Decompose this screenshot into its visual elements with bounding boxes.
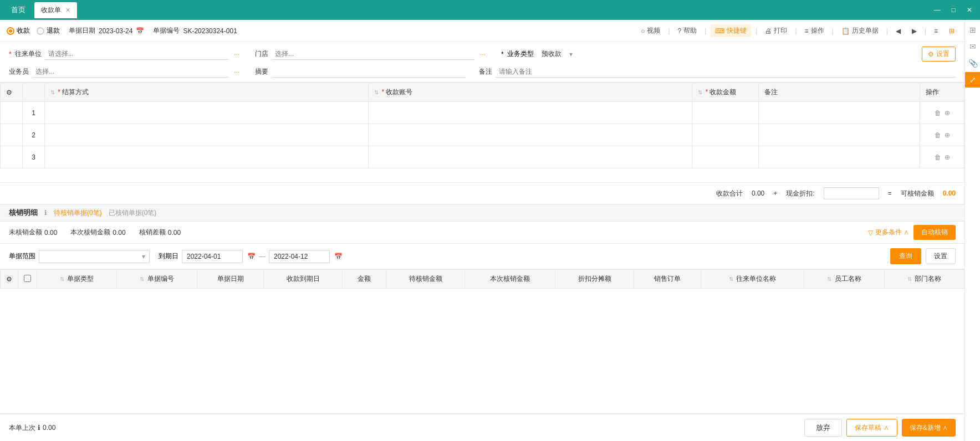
amount-cell-2[interactable] (692, 124, 759, 146)
nav-tab-home[interactable]: 首页 (4, 2, 32, 18)
this-time-stat: 本次核销金额 0.00 (70, 228, 125, 237)
copy-row-3-btn[interactable]: ⊕ (945, 153, 950, 161)
col-settlement: ⇅ * 结算方式 (45, 83, 369, 102)
close-btn[interactable]: ✕ (963, 5, 976, 15)
delete-row-3-btn[interactable]: 🗑 (935, 153, 941, 161)
col-remark: 备注 (759, 83, 920, 102)
history-btn[interactable]: 📋 历史单据 (838, 25, 882, 37)
counterparty-more-btn[interactable]: ··· (232, 50, 242, 58)
form-area: * 往来单位 ··· 门店 ··· * 业务类型 预收款 ▾ ⚙ 设置 (0, 42, 964, 83)
verify-info-icon[interactable]: ℹ (44, 209, 47, 217)
store-more-btn[interactable]: ··· (478, 50, 488, 58)
main-area: 收款 退款 单据日期 2023-03-24 📅 单据编号 SK-20230324… (0, 20, 980, 441)
biz-type-dropdown[interactable]: ▾ (569, 50, 573, 58)
diff-stat: 核销差额 0.00 (139, 228, 181, 237)
date-to-input[interactable] (269, 250, 330, 263)
minimize-btn[interactable]: — (931, 5, 944, 15)
settlement-cell-3[interactable] (45, 146, 369, 168)
range-select-wrapper (39, 250, 150, 263)
settings-btn[interactable]: ⚙ 设置 (922, 47, 956, 61)
calendar-btn[interactable]: 📅 (136, 27, 144, 35)
bottom-col-checkbox[interactable] (18, 270, 37, 289)
bottom-col-amount: 金额 (343, 270, 386, 289)
table-row: 1 🗑 ⊕ (1, 102, 964, 124)
amount-cell-3[interactable] (692, 146, 759, 168)
maximize-btn[interactable]: □ (948, 5, 959, 15)
grid-view-btn[interactable]: ⊞ (946, 26, 958, 36)
sidebar-table-icon[interactable]: ⊞ (965, 22, 980, 38)
bottom-col-counterparty: ⇅ 往来单位名称 (701, 270, 804, 289)
bottom-col-duedate: 收款到期日 (264, 270, 343, 289)
footer: 本单上次 ℹ 0.00 放弃 保存草稿 ∧ 保存&新增 ∧ (0, 413, 964, 441)
footer-info-icon: ℹ (38, 424, 40, 432)
auto-cancel-btn[interactable]: 自动核销 (913, 225, 956, 240)
radio-refund[interactable]: 退款 (37, 26, 60, 35)
summary-input[interactable] (272, 66, 466, 78)
sidebar-expand-icon[interactable]: ⤢ (965, 72, 980, 88)
date-from-input[interactable] (182, 250, 243, 263)
filter-settings-btn[interactable]: 设置 (926, 248, 956, 264)
remark-cell-1[interactable] (759, 102, 920, 124)
staff-more-btn[interactable]: ··· (232, 68, 242, 76)
staff-input[interactable] (32, 66, 228, 78)
calendar-to-icon[interactable]: 📅 (334, 253, 343, 260)
bottom-col-discount: 折扣分摊额 (555, 270, 634, 289)
counterparty-input[interactable] (45, 48, 228, 60)
copy-row-1-btn[interactable]: ⊕ (945, 109, 950, 117)
range-field: 单据范围 (9, 250, 150, 263)
nav-tab-receipt[interactable]: 收款单 ✕ (34, 2, 77, 18)
bottom-col-settings[interactable]: ⚙ (1, 270, 18, 289)
video-btn[interactable]: ○ 视频 (637, 25, 663, 37)
save-new-btn[interactable]: 保存&新增 ∧ (902, 419, 956, 437)
window-controls: — □ ✕ (931, 5, 976, 15)
remark-cell-2[interactable] (759, 124, 920, 146)
done-tab[interactable]: 已核销单据(0笔) (109, 208, 157, 218)
copy-row-2-btn[interactable]: ⊕ (945, 131, 950, 139)
col-settings[interactable]: ⚙ (1, 83, 23, 102)
range-select[interactable] (39, 250, 150, 263)
abandon-btn[interactable]: 放弃 (804, 419, 842, 437)
shortcut-btn[interactable]: ⌨ 快捷键 (711, 24, 751, 37)
account-cell-1[interactable] (369, 102, 692, 124)
save-draft-btn[interactable]: 保存草稿 ∧ (846, 419, 897, 437)
nav-next-btn[interactable]: ▶ (908, 26, 920, 36)
bottom-col-docdate: 单据日期 (197, 270, 264, 289)
calendar-from-icon[interactable]: 📅 (247, 253, 256, 260)
amount-cell-1[interactable] (692, 102, 759, 124)
account-cell-3[interactable] (369, 146, 692, 168)
select-all-checkbox[interactable] (24, 275, 31, 282)
more-filter-btn[interactable]: ▽ 更多条件 ∧ (868, 228, 909, 237)
settlement-cell-1[interactable] (45, 102, 369, 124)
remark-field: 备注 (479, 66, 956, 78)
shortcut-icon: ⌨ (715, 27, 724, 35)
sidebar-mail-icon[interactable]: ✉ (965, 39, 980, 54)
print-icon: 🖨 (765, 27, 772, 35)
radio-dot-refund (37, 27, 44, 35)
account-cell-2[interactable] (369, 124, 692, 146)
operation-btn[interactable]: ≡ 操作 (802, 25, 828, 37)
bottom-col-sales: 销售订单 (634, 270, 701, 289)
print-btn[interactable]: 🖨 打印 (762, 25, 790, 37)
list-view-btn[interactable]: ≡ (931, 26, 941, 36)
radio-receipt[interactable]: 收款 (7, 26, 30, 35)
toolbar: 收款 退款 单据日期 2023-03-24 📅 单据编号 SK-20230324… (0, 20, 964, 42)
due-date-field: 到期日 📅 — 📅 (159, 250, 343, 263)
remark-input[interactable] (496, 66, 956, 78)
col-num (23, 83, 45, 102)
nav-tab-close-icon[interactable]: ✕ (65, 7, 70, 13)
sidebar-clip-icon[interactable]: 📎 (965, 55, 980, 71)
pending-tab[interactable]: 待核销单据(0笔) (54, 208, 102, 218)
summary-row: 收款合计 0.00 + 现金折扣: = 可核销金额 0.00 (0, 182, 964, 204)
discount-input[interactable] (824, 187, 879, 199)
stats-row: 未核销金额 0.00 本次核销金额 0.00 核销差额 0.00 ▽ 更多条件 … (0, 222, 964, 244)
store-input[interactable] (272, 48, 474, 60)
settlement-cell-2[interactable] (45, 124, 369, 146)
query-btn[interactable]: 查询 (890, 248, 921, 264)
operation-icon: ≡ (805, 27, 809, 35)
remark-cell-3[interactable] (759, 146, 920, 168)
delete-row-1-btn[interactable]: 🗑 (935, 109, 941, 117)
bottom-col-pending: 待核销金额 (386, 270, 465, 289)
help-btn[interactable]: ? 帮助 (675, 25, 701, 37)
delete-row-2-btn[interactable]: 🗑 (935, 131, 941, 139)
nav-prev-btn[interactable]: ◀ (892, 26, 904, 36)
